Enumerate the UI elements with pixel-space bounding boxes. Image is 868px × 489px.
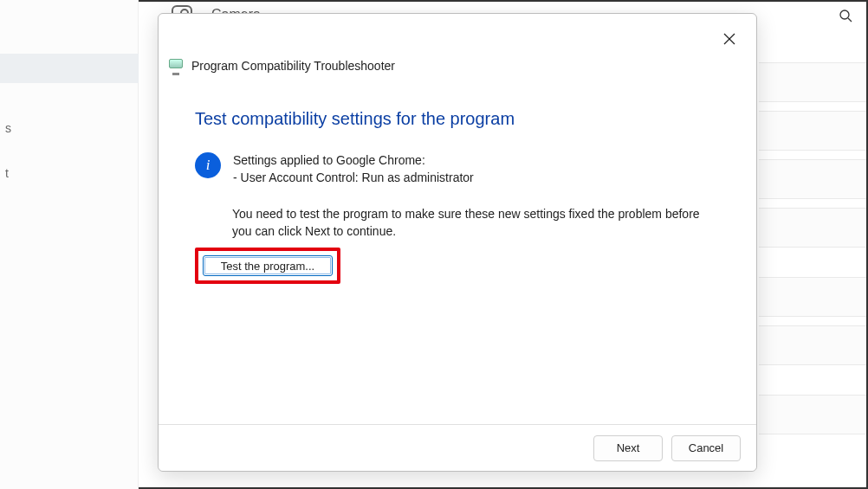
troubleshooter-icon bbox=[169, 59, 185, 73]
background-list-row bbox=[759, 111, 866, 151]
close-button[interactable] bbox=[716, 26, 742, 52]
info-text: Settings applied to Google Chrome: - Use… bbox=[233, 152, 474, 186]
background-sidebar-selected bbox=[0, 54, 139, 83]
search-icon bbox=[839, 9, 852, 26]
dialog-titlebar: Program Compatibility Troubleshooter bbox=[169, 59, 395, 73]
compatibility-troubleshooter-dialog: Program Compatibility Troubleshooter Tes… bbox=[158, 13, 757, 472]
close-icon bbox=[723, 33, 735, 45]
background-list-row bbox=[759, 325, 866, 365]
svg-line-1 bbox=[848, 18, 852, 22]
background-list-row bbox=[759, 62, 866, 102]
background-sidebar-cut-text: s bbox=[5, 121, 11, 135]
info-line-1: Settings applied to Google Chrome: bbox=[233, 152, 474, 170]
info-line-2: - User Account Control: Run as administr… bbox=[233, 170, 474, 187]
background-list-row bbox=[759, 277, 866, 317]
dialog-footer: Next Cancel bbox=[159, 424, 756, 471]
background-list-row bbox=[759, 208, 866, 248]
svg-point-0 bbox=[840, 10, 849, 19]
background-sidebar-cut-text: t bbox=[5, 166, 9, 180]
info-icon: i bbox=[195, 152, 221, 178]
background-list-row bbox=[759, 395, 866, 434]
cancel-button[interactable]: Cancel bbox=[671, 435, 741, 461]
test-program-button[interactable]: Test the program... bbox=[203, 255, 333, 276]
background-list-row bbox=[759, 159, 866, 199]
instruction-text: You need to test the program to make sur… bbox=[232, 206, 722, 240]
next-button[interactable]: Next bbox=[593, 435, 663, 461]
dialog-title: Program Compatibility Troubleshooter bbox=[191, 59, 395, 73]
dialog-heading: Test compatibility settings for the prog… bbox=[195, 109, 515, 129]
annotation-highlight: Test the program... bbox=[195, 248, 340, 284]
info-section: i Settings applied to Google Chrome: - U… bbox=[195, 152, 722, 186]
